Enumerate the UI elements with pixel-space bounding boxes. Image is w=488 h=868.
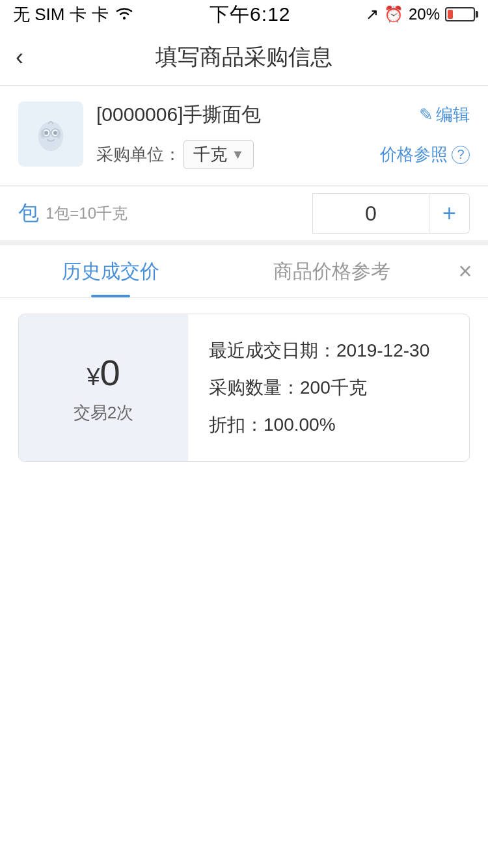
edit-button[interactable]: ✎ 编辑 bbox=[419, 103, 470, 126]
purchase-qty-value: 200千克 bbox=[300, 377, 367, 398]
history-content: ¥0 交易2次 最近成交日期：2019-12-30 采购数量：200千克 折扣：… bbox=[0, 298, 488, 478]
status-time: 下午6:12 bbox=[210, 1, 290, 28]
product-header: [0000006]手撕面包 ✎ 编辑 bbox=[96, 102, 470, 128]
qty-conversion-label: 1包=10千克 bbox=[46, 203, 128, 224]
tab-close-button[interactable]: × bbox=[442, 245, 488, 297]
history-price-display: ¥0 bbox=[87, 351, 120, 394]
tab-history-price[interactable]: 历史成交价 bbox=[0, 245, 221, 297]
quantity-section: 包 1包=10千克 + bbox=[0, 187, 488, 245]
price-ref-button[interactable]: 价格参照 ? bbox=[380, 143, 470, 166]
status-right: ↗ ⏰ 20% bbox=[366, 5, 475, 23]
alarm-icon: ⏰ bbox=[384, 5, 403, 23]
svg-point-0 bbox=[123, 17, 126, 20]
status-left: 无 SIM 卡 卡 bbox=[13, 3, 135, 26]
recent-date-row: 最近成交日期：2019-12-30 bbox=[209, 338, 448, 363]
tab-price-ref-label: 商品价格参考 bbox=[273, 258, 390, 285]
product-info: [0000006]手撕面包 ✎ 编辑 采购单位： 千克 ▼ 价格参照 ? bbox=[96, 102, 470, 169]
qty-unit-label: 包 bbox=[18, 199, 39, 228]
discount-row: 折扣：100.00% bbox=[209, 412, 448, 437]
qty-label-group: 包 1包=10千克 bbox=[18, 199, 128, 228]
sim-text: 卡 bbox=[92, 3, 109, 26]
price-ref-label: 价格参照 bbox=[380, 143, 448, 166]
discount-value: 100.00% bbox=[264, 414, 336, 435]
tab-bar: 历史成交价 商品价格参考 × bbox=[0, 245, 488, 298]
svg-point-6 bbox=[40, 129, 45, 139]
page-bottom-area bbox=[0, 478, 488, 868]
back-button[interactable]: ‹ bbox=[16, 44, 23, 71]
recent-date-value: 2019-12-30 bbox=[336, 340, 429, 360]
wifi-icon bbox=[114, 5, 135, 25]
history-card: ¥0 交易2次 最近成交日期：2019-12-30 采购数量：200千克 折扣：… bbox=[18, 314, 470, 462]
battery-percent: 20% bbox=[409, 5, 440, 23]
svg-point-7 bbox=[57, 129, 61, 139]
status-bar: 无 SIM 卡 卡 下午6:12 ↗ ⏰ 20% bbox=[0, 0, 488, 29]
edit-icon: ✎ bbox=[419, 105, 433, 125]
unit-value: 千克 bbox=[193, 143, 227, 166]
page-title: 填写商品采购信息 bbox=[156, 42, 332, 72]
product-name: [0000006]手撕面包 bbox=[96, 102, 261, 128]
trade-count: 交易2次 bbox=[74, 401, 133, 424]
purchase-qty-label: 采购数量： bbox=[209, 377, 300, 398]
qty-input[interactable] bbox=[312, 193, 429, 234]
product-id: [0000006] bbox=[96, 103, 183, 125]
price-value: 0 bbox=[100, 352, 120, 393]
nav-bar: ‹ 填写商品采购信息 bbox=[0, 29, 488, 86]
unit-arrow-icon: ▼ bbox=[231, 147, 244, 162]
unit-select[interactable]: 千克 ▼ bbox=[183, 140, 254, 169]
unit-label: 采购单位： bbox=[96, 144, 181, 164]
history-details-right: 最近成交日期：2019-12-30 采购数量：200千克 折扣：100.00% bbox=[188, 314, 469, 461]
qty-controls: + bbox=[312, 193, 470, 234]
battery-icon bbox=[445, 7, 475, 21]
tab-history-label: 历史成交价 bbox=[62, 258, 159, 285]
purchase-qty-row: 采购数量：200千克 bbox=[209, 375, 448, 400]
edit-label: 编辑 bbox=[436, 103, 470, 126]
currency-symbol: ¥ bbox=[87, 364, 100, 390]
product-name-text: 手撕面包 bbox=[183, 103, 261, 125]
unit-selector-group: 采购单位： 千克 ▼ bbox=[96, 140, 254, 169]
product-card: [0000006]手撕面包 ✎ 编辑 采购单位： 千克 ▼ 价格参照 ? bbox=[0, 86, 488, 185]
carrier-text: 无 SIM 卡 bbox=[13, 3, 87, 26]
discount-label: 折扣： bbox=[209, 414, 264, 435]
history-price-left: ¥0 交易2次 bbox=[19, 314, 188, 461]
product-thumbnail bbox=[18, 102, 83, 167]
tab-price-ref[interactable]: 商品价格参考 bbox=[221, 245, 442, 297]
qty-plus-button[interactable]: + bbox=[429, 193, 470, 234]
gps-icon: ↗ bbox=[366, 5, 379, 23]
price-ref-help-icon: ? bbox=[452, 146, 470, 164]
battery-fill bbox=[448, 10, 453, 19]
bottom-panel: 历史成交价 商品价格参考 × ¥0 交易2次 最近成交日期：2019-12-30… bbox=[0, 245, 488, 478]
recent-date-label: 最近成交日期： bbox=[209, 340, 336, 360]
product-unit-row: 采购单位： 千克 ▼ 价格参照 ? bbox=[96, 140, 470, 169]
